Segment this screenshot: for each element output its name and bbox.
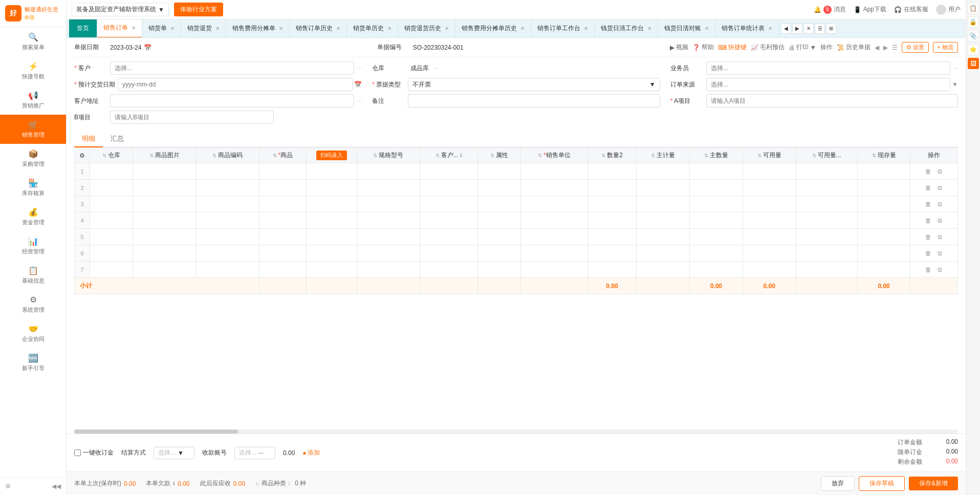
sidebar-item-purchase[interactable]: 📦 采购管理	[0, 144, 66, 173]
th-available[interactable]: ⇅可用量	[743, 148, 796, 163]
cell-image[interactable]	[133, 163, 196, 180]
print-action[interactable]: 🖨 打印 ▼	[789, 43, 816, 52]
settings-button[interactable]: ⚙ 设置	[902, 42, 929, 53]
close-icon[interactable]: ✕	[647, 26, 651, 31]
bank-select[interactable]: 选择... ···	[234, 447, 275, 459]
sidebar-item-quicknav[interactable]: ⚡ 快捷导航	[0, 56, 66, 85]
th-main-qty[interactable]: ⇅主数量	[689, 148, 743, 163]
close-icon[interactable]: ✕	[584, 26, 588, 31]
cell-available2[interactable]	[796, 212, 857, 229]
cell-warehouse[interactable]	[90, 196, 133, 212]
cell-customer-info[interactable]	[420, 212, 478, 229]
delete-row-button[interactable]: 🗑	[924, 183, 933, 192]
right-icon-4[interactable]: ⭐	[968, 44, 979, 55]
cell-main-qty[interactable]	[689, 196, 743, 212]
cell-attribute[interactable]	[477, 262, 520, 278]
close-icon[interactable]: ✕	[705, 26, 709, 31]
cell-unit[interactable]	[521, 180, 588, 196]
scan-button[interactable]: 扫码录入	[316, 150, 347, 160]
address-input[interactable]	[110, 94, 354, 107]
cell-attribute[interactable]	[477, 180, 520, 196]
notes-input[interactable]	[408, 94, 660, 107]
salesperson-input[interactable]	[706, 61, 950, 75]
th-unit[interactable]: ⇅*销售单位	[521, 148, 588, 163]
cell-available2[interactable]	[796, 262, 857, 278]
cell-main-unit[interactable]	[637, 180, 690, 196]
cell-scan[interactable]	[306, 212, 357, 229]
th-spec[interactable]: ⇅规格型号	[357, 148, 420, 163]
cell-available2[interactable]	[796, 180, 857, 196]
cell-current[interactable]	[857, 212, 910, 229]
th-settings[interactable]: ⚙	[75, 148, 90, 163]
delivery-input[interactable]	[118, 78, 353, 91]
cell-main-unit[interactable]	[637, 212, 690, 229]
cell-customer-info[interactable]	[420, 229, 478, 245]
right-icon-1[interactable]: 📋	[968, 3, 979, 14]
cell-current[interactable]	[857, 196, 910, 212]
cell-code[interactable]	[196, 196, 259, 212]
close-icon[interactable]: ✕	[279, 26, 283, 31]
delete-row-button[interactable]: 🗑	[924, 200, 933, 209]
cell-main-qty[interactable]	[689, 212, 743, 229]
cell-image[interactable]	[133, 262, 196, 278]
cell-qty2[interactable]	[587, 262, 636, 278]
cell-available[interactable]	[743, 163, 796, 180]
th-scan[interactable]: 扫码录入	[306, 148, 357, 163]
one-click-input[interactable]	[74, 449, 81, 456]
address-more-icon[interactable]: ···	[357, 97, 362, 104]
add-button[interactable]: ● 添加	[302, 448, 319, 457]
cell-scan[interactable]	[306, 180, 357, 196]
cell-unit[interactable]	[521, 163, 588, 180]
cell-spec[interactable]	[357, 163, 420, 180]
tab-goods-history[interactable]: 销货单历史 ✕	[347, 19, 398, 38]
cell-main-qty[interactable]	[689, 229, 743, 245]
cell-available2[interactable]	[796, 245, 857, 262]
cell-main-qty[interactable]	[689, 245, 743, 262]
delete-row-button[interactable]: 🗑	[924, 249, 933, 258]
cell-attribute[interactable]	[477, 163, 520, 180]
tab-summary[interactable]: 汇总	[103, 131, 132, 146]
cell-qty2[interactable]	[587, 212, 636, 229]
cell-current[interactable]	[857, 180, 910, 196]
cell-attribute[interactable]	[477, 196, 520, 212]
th-available2[interactable]: ⇅可用量...	[796, 148, 857, 163]
sidebar-item-enterprise[interactable]: 🤝 企业协同	[0, 319, 66, 348]
cell-product[interactable]	[259, 163, 306, 180]
salesperson-more-icon[interactable]: ···	[953, 64, 958, 72]
operation-action[interactable]: 操作	[820, 43, 833, 52]
cell-code[interactable]	[196, 180, 259, 196]
right-icon-5[interactable]: 🖼	[968, 58, 979, 69]
th-code[interactable]: ⇅商品编码	[196, 148, 259, 163]
tab-sales-expense[interactable]: 销售费用分摊单 ✕	[226, 19, 290, 38]
copy-row-button[interactable]: ⧉	[935, 216, 944, 225]
cell-main-unit[interactable]	[637, 163, 690, 180]
cell-available[interactable]	[743, 212, 796, 229]
cell-code[interactable]	[196, 212, 259, 229]
th-customer-info[interactable]: ⇅客户... ℹ	[420, 148, 478, 163]
sidebar-item-basic-info[interactable]: 📋 基础信息	[0, 261, 66, 290]
sidebar-item-search[interactable]: 🔍 搜索菜单	[0, 27, 66, 56]
delete-row-button[interactable]: 🗑	[924, 167, 933, 176]
close-icon[interactable]: ✕	[520, 26, 525, 31]
tab-order-stats[interactable]: 销售订单统计表 ✕	[715, 19, 779, 38]
cell-image[interactable]	[133, 212, 196, 229]
close-icon[interactable]: ✕	[215, 26, 220, 31]
cell-main-unit[interactable]	[637, 245, 690, 262]
cell-warehouse[interactable]	[90, 229, 133, 245]
cell-product[interactable]	[259, 245, 306, 262]
calendar-icon[interactable]: 📅	[354, 81, 362, 88]
close-icon[interactable]: ✕	[336, 26, 340, 31]
cell-code[interactable]	[196, 245, 259, 262]
cell-customer-info[interactable]	[420, 245, 478, 262]
nav-prev-icon[interactable]: ◀	[875, 44, 879, 51]
th-product[interactable]: ⇅*商品	[259, 148, 306, 163]
b-project-input[interactable]	[110, 111, 274, 124]
user-item[interactable]: 用户	[936, 5, 961, 15]
cell-unit[interactable]	[521, 262, 588, 278]
calendar-icon[interactable]: 📅	[144, 44, 151, 51]
cell-scan[interactable]	[306, 245, 357, 262]
cell-warehouse[interactable]	[90, 212, 133, 229]
nav-next-arrow[interactable]: ▶	[792, 24, 802, 34]
cell-spec[interactable]	[357, 196, 420, 212]
cell-available[interactable]	[743, 196, 796, 212]
